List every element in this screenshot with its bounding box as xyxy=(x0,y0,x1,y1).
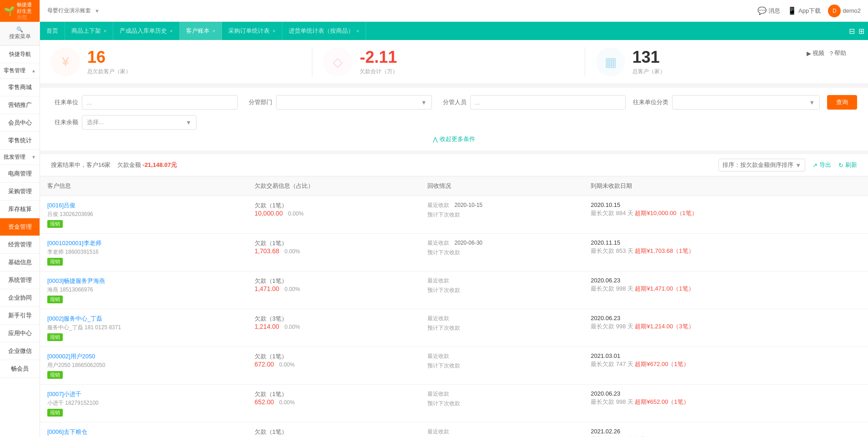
sidebar-item-quick-nav[interactable]: 快捷导航 xyxy=(0,46,40,63)
sort-chevron-icon: ▼ xyxy=(795,162,801,169)
sidebar-item-retail-mgmt[interactable]: 零售管理 ▲ xyxy=(0,63,40,79)
tab-home[interactable]: 首页 xyxy=(40,22,65,40)
sidebar-item-finance[interactable]: 资金管理 xyxy=(0,218,40,236)
sidebar-item-inventory[interactable]: 库存核算 xyxy=(0,201,40,218)
tab-purchase-order[interactable]: 采购订单统计表 × xyxy=(222,22,282,40)
sidebar-item-retail-stats[interactable]: 零售统计 xyxy=(0,132,40,150)
export-icon: ↗ xyxy=(813,162,818,169)
sidebar-item-operation[interactable]: 经营管理 xyxy=(0,236,40,254)
message-btn[interactable]: 💬 消息 xyxy=(758,6,780,15)
tab-close-icon[interactable]: × xyxy=(104,28,106,34)
overdue-link-5[interactable]: 超期¥652.00（1笔） xyxy=(635,398,689,405)
overdue-link-3[interactable]: 超期¥1,214.00（3笔） xyxy=(635,323,694,330)
tab-products-off[interactable]: 商品上下架 × xyxy=(65,22,113,40)
view-video-btn[interactable]: ▶ 视频 xyxy=(807,49,824,57)
tab-close-icon[interactable]: × xyxy=(272,28,275,34)
supplier-label: 往来单位 xyxy=(51,98,78,106)
customer-name-2[interactable]: [0003]畅捷服务尹海燕 xyxy=(47,277,240,285)
supplier-placeholder: ... xyxy=(87,99,92,106)
filter-supplier: 往来单位 ... xyxy=(51,95,238,110)
customer-name-0[interactable]: [0016]吕俊 xyxy=(47,201,240,210)
sidebar-item-label: 企业微信 xyxy=(8,347,32,354)
collect-label-1: 最近收款 xyxy=(427,240,449,246)
app-download-btn[interactable]: 📱 App下载 xyxy=(788,6,821,15)
supplier-input[interactable]: ... xyxy=(82,95,238,110)
next-collect-3: 预计下次收款 xyxy=(427,324,576,332)
collect-label-0: 最近收款 xyxy=(427,202,449,208)
stat-icon-money: ¥ xyxy=(51,47,80,76)
cell-collection-2: 最近收款 预计下次收款 xyxy=(420,271,583,309)
category-input[interactable]: ▼ xyxy=(672,95,820,110)
sidebar-item-member[interactable]: 会员中心 xyxy=(0,114,40,132)
overdue-info-0: 最长欠款 884 天 超期¥10,000.00（1笔） xyxy=(591,209,861,217)
tab-maximize-icon[interactable]: ⊞ xyxy=(858,27,864,35)
stat-total-debt: ◇ -2.11 欠款合计（万） xyxy=(312,47,585,76)
message-label: 消息 xyxy=(768,7,780,15)
sidebar-item-marketing[interactable]: 营销推广 xyxy=(0,96,40,114)
tab-minimize-icon[interactable]: ⊟ xyxy=(849,27,855,35)
username: demo2 xyxy=(843,7,861,14)
customer-name-5[interactable]: [0007]小进千 xyxy=(47,390,240,398)
overdue-link-1[interactable]: 超期¥1,703.68（1笔） xyxy=(635,247,694,254)
customer-name-3[interactable]: [0002]服务中心_丁磊 xyxy=(47,315,240,323)
sidebar-item-ecommerce[interactable]: 电商管理 xyxy=(0,165,40,183)
overdue-days-2: 最长欠款 998 天 xyxy=(591,285,633,292)
filter-row-2: 往来余额 选择... ▼ xyxy=(51,115,857,130)
customer-name-4[interactable]: [000002]用户2050 xyxy=(47,352,240,361)
collect-label-5: 最近收款 xyxy=(427,391,449,397)
sidebar-item-base-info[interactable]: 基础信息 xyxy=(0,254,40,271)
cell-debt-info-3: 欠款（3笔） 1,214.00 0.00% xyxy=(247,309,420,347)
tab-product-history[interactable]: 产成品入库单历史 × xyxy=(113,22,179,40)
query-button[interactable]: 查询 xyxy=(827,95,857,110)
tab-close-icon[interactable]: × xyxy=(212,28,215,34)
sidebar-item-label: 资金管理 xyxy=(8,223,32,230)
sidebar-item-search-menu[interactable]: 🔍 搜索菜单 xyxy=(0,22,40,46)
tab-purchase-stats[interactable]: 进货单统计表（按商品） × xyxy=(282,22,366,40)
sidebar-item-purchase-mgmt[interactable]: 采购管理 xyxy=(0,183,40,201)
refresh-button[interactable]: ↻ 刷新 xyxy=(838,161,857,169)
collect-label-2: 最近收款 xyxy=(427,277,449,284)
tab-close-icon[interactable]: × xyxy=(170,28,172,34)
customer-contact-3: 服务中心_丁磊 181 0125 8371 xyxy=(47,324,240,332)
sidebar-item-label: 系统管理 xyxy=(8,276,32,283)
export-button[interactable]: ↗ 导出 xyxy=(813,161,831,169)
person-input[interactable]: ... xyxy=(470,95,626,110)
sort-label: 排序：按欠款金额倒序排序 xyxy=(722,161,793,169)
table-header-row: 客户信息 欠款交易信息（占比） 回收情况 到期未收款日期 xyxy=(40,176,868,196)
sidebar-item-wechat[interactable]: 企业微信 xyxy=(0,342,40,360)
overdue-info-4: 最长欠款 747 天 超期¥672.00（1笔） xyxy=(591,360,861,368)
sidebar-item-vip[interactable]: 畅会员 xyxy=(0,360,40,378)
tab-close-icon[interactable]: × xyxy=(356,28,359,34)
sidebar-item-system[interactable]: 系统管理 xyxy=(0,271,40,289)
user-menu[interactable]: D demo2 xyxy=(828,5,861,17)
sidebar-item-batch-mgmt[interactable]: 批发管理 ▼ xyxy=(0,150,40,165)
tab-label: 进货单统计表（按商品） xyxy=(289,27,354,35)
overdue-link-4[interactable]: 超期¥672.00（1笔） xyxy=(635,361,689,367)
overdue-link-2[interactable]: 超期¥1,471.00（1笔） xyxy=(635,285,694,292)
sidebar-item-app-center[interactable]: 应用中心 xyxy=(0,325,40,342)
tab-customer-account[interactable]: 客户账本 × xyxy=(180,22,222,40)
help-btn[interactable]: ? 帮助 xyxy=(830,49,846,57)
stat-info-2: -2.11 欠款合计（万） xyxy=(360,48,398,76)
tab-label: 采购订单统计表 xyxy=(228,27,270,35)
overdue-days-5: 最长欠款 998 天 xyxy=(591,398,633,405)
sidebar-item-guide[interactable]: 新手引导 xyxy=(0,307,40,325)
results-text: 搜索结果中，客户16家 xyxy=(51,161,110,168)
table-row: [0006]去下粮仓 陈小希 现销 欠款（1笔） 455.90 0.00% 最近… xyxy=(40,422,868,437)
cell-debt-info-0: 欠款（1笔） 10,000.00 0.00% xyxy=(247,196,420,234)
sidebar-item-enterprise[interactable]: 企业协同 xyxy=(0,289,40,307)
overdue-link-0[interactable]: 超期¥10,000.00（1笔） xyxy=(635,210,697,216)
balance-input[interactable]: 选择... ▼ xyxy=(82,115,196,130)
customer-name-6[interactable]: [0006]去下粮仓 xyxy=(47,428,240,436)
th-debt-info: 欠款交易信息（占比） xyxy=(247,176,420,196)
stat-icon-building: ▦ xyxy=(596,47,625,76)
customer-name-1[interactable]: [0001020001]李老师 xyxy=(47,239,240,247)
avatar: D xyxy=(828,5,841,17)
sidebar-item-label: 库存核算 xyxy=(8,206,32,212)
last-collect-2: 最近收款 xyxy=(427,277,576,285)
sidebar-item-retail-mall[interactable]: 零售商城 xyxy=(0,79,40,96)
dept-input[interactable]: ▼ xyxy=(276,95,432,110)
collapse-button[interactable]: ⋀ 收起更多条件 xyxy=(51,135,857,143)
debt-count-4: 欠款（1笔） xyxy=(255,352,413,361)
sort-select[interactable]: 排序：按欠款金额倒序排序 ▼ xyxy=(718,159,805,171)
